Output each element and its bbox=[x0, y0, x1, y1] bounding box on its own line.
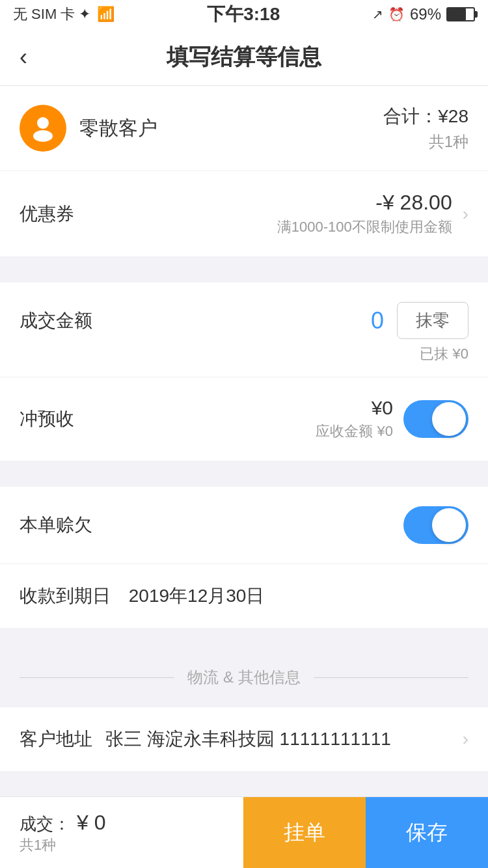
customer-avatar bbox=[20, 105, 66, 152]
address-value: 张三 海淀永丰科技园 11111111111 bbox=[105, 727, 463, 752]
coupon-row[interactable]: 优惠券 -¥ 28.00 满1000-100不限制使用金额 › bbox=[0, 170, 488, 256]
customer-count: 共1种 bbox=[383, 131, 468, 152]
advance-toggle[interactable] bbox=[403, 400, 468, 438]
logistics-line-left bbox=[20, 677, 174, 678]
bottom-summary-amount: ¥ 0 bbox=[77, 811, 105, 835]
status-bar: 无 SIM 卡 ✦ 📶 下午3:18 ↗ ⏰ 69% bbox=[0, 0, 488, 29]
transaction-row: 成交金额 0 抹零 bbox=[20, 302, 468, 339]
customer-summary: 合计：¥28 共1种 bbox=[383, 104, 468, 152]
logistics-label: 物流 & 其他信息 bbox=[187, 667, 300, 688]
address-label: 客户地址 bbox=[20, 727, 92, 752]
section-divider-3 bbox=[0, 641, 488, 654]
advance-sub: 应收金额 ¥0 bbox=[316, 422, 393, 441]
advance-right: ¥0 应收金额 ¥0 bbox=[316, 397, 468, 441]
coupon-chevron-icon: › bbox=[463, 204, 468, 224]
bottom-summary: 成交： ¥ 0 共1种 bbox=[0, 797, 243, 868]
customer-name: 零散客户 bbox=[79, 115, 157, 142]
advance-section: 冲预收 ¥0 应收金额 ¥0 bbox=[0, 377, 488, 461]
toggle-knob bbox=[432, 402, 466, 436]
coupon-value-group: -¥ 28.00 满1000-100不限制使用金额 bbox=[277, 191, 452, 237]
save-button[interactable]: 保存 bbox=[366, 797, 488, 868]
round-button[interactable]: 抹零 bbox=[397, 302, 468, 339]
debt-card: 本单赊欠 收款到期日 2019年12月30日 bbox=[0, 487, 488, 628]
duedate-section: 收款到期日 2019年12月30日 bbox=[0, 563, 488, 628]
status-right: ↗ ⏰ 69% bbox=[372, 5, 475, 23]
advance-row: 冲预收 ¥0 应收金额 ¥0 bbox=[20, 377, 468, 441]
location-icon: ↗ bbox=[372, 7, 383, 22]
coupon-amount: -¥ 28.00 bbox=[277, 191, 452, 215]
logistics-line-right bbox=[314, 677, 468, 678]
svg-point-0 bbox=[37, 117, 49, 129]
duedate-label: 收款到期日 bbox=[20, 586, 111, 606]
content: 零散客户 合计：¥28 共1种 优惠券 -¥ 28.00 满1000-100不限… bbox=[0, 86, 488, 862]
transaction-input-group: 0 抹零 bbox=[345, 302, 468, 339]
alarm-icon: ⏰ bbox=[388, 7, 405, 22]
customer-total: 合计：¥28 bbox=[383, 104, 468, 129]
debt-label: 本单赊欠 bbox=[20, 513, 92, 537]
customer-row: 零散客户 合计：¥28 共1种 bbox=[0, 86, 488, 170]
coupon-label: 优惠券 bbox=[20, 202, 74, 226]
battery-icon bbox=[446, 7, 475, 21]
logistics-divider: 物流 & 其他信息 bbox=[0, 654, 488, 701]
address-row[interactable]: 客户地址 张三 海淀永丰科技园 11111111111 › bbox=[0, 707, 488, 771]
transaction-value[interactable]: 0 bbox=[345, 307, 384, 334]
transaction-card: 成交金额 0 抹零 已抹 ¥0 冲预收 ¥0 应收金额 ¥0 bbox=[0, 282, 488, 461]
advance-amount: ¥0 bbox=[316, 397, 393, 419]
battery-percent: 69% bbox=[410, 5, 441, 23]
coupon-right: -¥ 28.00 满1000-100不限制使用金额 › bbox=[277, 191, 468, 237]
person-icon bbox=[29, 114, 57, 142]
debt-toggle-knob bbox=[432, 508, 466, 542]
nav-bar: ‹ 填写结算等信息 bbox=[0, 29, 488, 86]
section-divider-1 bbox=[0, 269, 488, 282]
bottom-summary-count: 共1种 bbox=[20, 835, 224, 855]
section-divider-4 bbox=[0, 701, 488, 707]
pending-button[interactable]: 挂单 bbox=[243, 797, 366, 868]
section-divider-2 bbox=[0, 474, 488, 487]
address-chevron-icon: › bbox=[463, 729, 468, 750]
status-time: 下午3:18 bbox=[207, 2, 280, 27]
bottom-bar: 成交： ¥ 0 共1种 挂单 保存 bbox=[0, 796, 488, 868]
svg-point-1 bbox=[33, 130, 53, 142]
transaction-label: 成交金额 bbox=[20, 308, 92, 333]
advance-value-group: ¥0 应收金额 ¥0 bbox=[316, 397, 393, 441]
wifi-icon: 📶 bbox=[97, 6, 115, 23]
status-left: 无 SIM 卡 ✦ 📶 bbox=[13, 5, 115, 24]
sim-status: 无 SIM 卡 ✦ bbox=[13, 5, 90, 24]
debt-row: 本单赊欠 bbox=[0, 487, 488, 563]
advance-label: 冲预收 bbox=[20, 407, 74, 431]
back-button[interactable]: ‹ bbox=[20, 44, 27, 71]
debt-toggle[interactable] bbox=[403, 506, 468, 544]
customer-card: 零散客户 合计：¥28 共1种 优惠券 -¥ 28.00 满1000-100不限… bbox=[0, 86, 488, 256]
bottom-summary-label: 成交： bbox=[20, 813, 70, 835]
transaction-sub: 已抹 ¥0 bbox=[20, 344, 468, 364]
customer-info: 零散客户 bbox=[20, 105, 157, 152]
address-card: 客户地址 张三 海淀永丰科技园 11111111111 › bbox=[0, 707, 488, 771]
transaction-amount-section: 成交金额 0 抹零 已抹 ¥0 bbox=[0, 282, 488, 377]
page-title: 填写结算等信息 bbox=[167, 42, 321, 72]
bottom-summary-top: 成交： ¥ 0 bbox=[20, 811, 224, 835]
duedate-value: 2019年12月30日 bbox=[129, 586, 265, 606]
coupon-description: 满1000-100不限制使用金额 bbox=[277, 217, 452, 237]
